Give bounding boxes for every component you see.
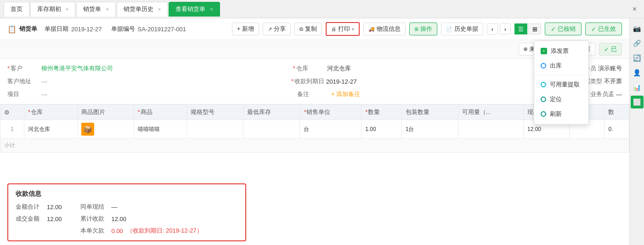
outbound-item[interactable]: 出库 [534, 58, 588, 73]
add-note-button[interactable]: + 添加备注 [329, 90, 362, 98]
salesperson-value: 演示账号 [598, 64, 622, 73]
history-button[interactable]: 📄 历史单据 [441, 23, 483, 35]
date-label: 单据日期 [45, 25, 68, 33]
cancelled-button[interactable]: ✓ 已核销 [545, 23, 582, 35]
prev-button[interactable]: ‹ [487, 23, 498, 34]
col-spec: 规格型号 [187, 105, 243, 120]
doc-meta: 单据日期 2019-12-27 单据编号 SA-20191227-001 [45, 25, 225, 33]
new-button[interactable]: + 新增 [232, 23, 259, 35]
sidebar-link-icon[interactable]: 🔗 [631, 37, 644, 50]
number-value: SA-20191227-001 [138, 26, 186, 33]
doc-header: 📋 销货单 单据日期 2019-12-27 单据编号 SA-20191227-0… [0, 18, 629, 40]
operations-button[interactable]: ⊞ 操作 [409, 23, 437, 35]
tab-close-view-sales[interactable]: × [210, 6, 213, 12]
transaction-value: 12.00 [47, 216, 62, 222]
tab-close-sales-history[interactable]: × [158, 6, 161, 12]
row-quantity: 1.00 [362, 120, 401, 139]
row-pack-qty: 1台 [401, 120, 458, 139]
tab-inventory-init[interactable]: 库存期初 × [30, 2, 75, 17]
sidebar-user-icon[interactable]: 👤 [631, 66, 644, 79]
same-order-value: — [112, 204, 118, 211]
outstanding-value: 0.00 [112, 228, 123, 234]
note-label: 备注 [297, 90, 329, 98]
sidebar-expand-icon[interactable]: ⬜ [631, 96, 644, 108]
sidebar-refresh-icon[interactable]: 🔄 [631, 51, 644, 64]
col-unit: 销售单位 [300, 105, 362, 120]
sidebar-chart-icon[interactable]: 📊 [631, 81, 644, 94]
row-product: 嘻嘻嘻嘻 [134, 120, 187, 139]
date-value: 2019-12-27 [71, 26, 102, 33]
tab-view-sales[interactable]: 查看销货单 × [169, 2, 220, 17]
warehouse-label: 仓库 [293, 64, 325, 73]
window-close-button[interactable]: × [633, 5, 637, 13]
subtotal-row: 小计 [0, 139, 629, 153]
dropdown-separator [534, 75, 588, 75]
col-product-img: 商品图片 [77, 105, 134, 120]
col-min-stock: 最低库存 [243, 105, 300, 120]
col-settings[interactable]: ⚙ [0, 105, 24, 120]
tab-close-inventory-init[interactable]: × [66, 6, 68, 12]
next-button[interactable]: › [500, 23, 511, 34]
locate-item[interactable]: 定位 [534, 92, 588, 107]
row-product-img: 📦 [77, 120, 134, 139]
share-button[interactable]: ↗ 分享 [263, 23, 291, 35]
logistics-button[interactable]: 🚚 物流信息 [363, 23, 406, 35]
locate-icon [541, 97, 546, 102]
salesperson2-label: 业务员孟 [587, 90, 614, 98]
pager: ‹ › [487, 23, 511, 34]
total-value: 12.00 [47, 204, 62, 211]
checked-button[interactable]: ✓ 已 [599, 43, 622, 56]
row-min-stock [243, 120, 300, 139]
view-switch: ☰ ⊞ [514, 23, 541, 34]
payment-title: 收款信息 [16, 190, 238, 198]
tab-sales-order[interactable]: 销货单 × [76, 2, 115, 17]
grid-view-button[interactable]: ⊞ [528, 23, 541, 34]
col-amount: 数 [604, 105, 629, 120]
payment-info: 收款信息 金额合计 12.00 成交金额 12.00 [7, 183, 246, 241]
available-extract-icon [541, 82, 546, 87]
col-warehouse: 仓库 [24, 105, 77, 120]
list-view-button[interactable]: ☰ [514, 23, 527, 34]
outbound-icon [541, 63, 546, 68]
print-button[interactable]: 🖨 打印 ▾ [326, 22, 360, 36]
add-invoice-icon: + [541, 48, 547, 54]
row-spec [187, 120, 243, 139]
project-value: — [40, 91, 49, 98]
row-unit: 台 [300, 120, 362, 139]
outstanding-note: （收款到期日: 2019-12-27） [127, 227, 203, 235]
number-label: 单据编号 [111, 25, 135, 33]
warehouse-value: 河北仓库 [325, 64, 353, 73]
product-image: 📦 [81, 123, 94, 136]
col-product: 商品 [134, 105, 187, 120]
refresh-item[interactable]: 刷新 [534, 107, 588, 121]
tab-bar: 首页 库存期初 × 销货单 × 销货单历史 × 查看销货单 × × [0, 0, 644, 18]
cumulative-value: 12.00 [112, 216, 127, 222]
same-order-label: 同单现结 [80, 203, 108, 211]
subtotal-label: 小计 [0, 139, 629, 153]
address-value: — [40, 78, 49, 85]
doc-title-text: 销货单 [19, 25, 37, 33]
toolbar: + 新增 ↗ 分享 ⧉ 复制 🖨 打印 ▾ [232, 22, 622, 36]
tab-sales-history[interactable]: 销货单历史 × [117, 2, 168, 17]
address-label: 客户地址 [7, 77, 40, 85]
sidebar-camera-icon[interactable]: 📷 [631, 22, 644, 35]
effective-button[interactable]: ✓ 已生效 [585, 23, 622, 35]
refresh-icon [541, 111, 546, 117]
copy-button[interactable]: ⧉ 复制 [294, 23, 322, 35]
project-label: 项目 [7, 90, 40, 98]
operations-dropdown: + 添发票 出库 可用量提取 定位 刷新 [534, 40, 589, 125]
cumulative-label: 累计收款 [80, 215, 108, 223]
available-extract-item[interactable]: 可用量提取 [534, 77, 588, 92]
customer-value[interactable]: 柳州粤港平安气体有限公司 [40, 64, 115, 73]
row-amount: 0. [604, 120, 629, 139]
add-invoice-item[interactable]: + 添发票 [534, 44, 588, 58]
due-date-value: 2019-12-27 [324, 78, 359, 85]
row-num: 1 [0, 120, 24, 139]
doc-icon: 📋 [7, 25, 17, 34]
tab-home[interactable]: 首页 [4, 2, 29, 17]
row-warehouse: 河北仓库 [24, 120, 77, 139]
tab-close-sales-order[interactable]: × [106, 6, 108, 12]
doc-title-area: 📋 销货单 [7, 25, 37, 34]
transaction-label: 成交金额 [16, 215, 43, 223]
salesperson2-value: — [616, 91, 622, 98]
